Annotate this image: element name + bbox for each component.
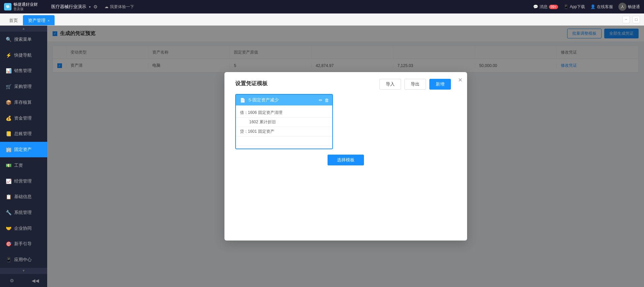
system-icon: 🔧 — [5, 210, 11, 216]
user-avatar[interactable]: 人 畅捷通 — [618, 3, 640, 11]
dropdown-icon[interactable]: ▾ — [89, 5, 91, 9]
modal-close-btn[interactable]: ✕ — [458, 77, 462, 83]
template-edit-icon[interactable]: ✏ — [319, 98, 323, 103]
template-card: 📄 5-固定资产减少 ✏ 🗑 借：1606 固定资 — [235, 94, 333, 149]
logo-icon: 畅 — [4, 3, 11, 10]
sidebar-item-app-center[interactable]: 📱 应用中心 — [0, 252, 47, 268]
template-card-header: 📄 5-固定资产减少 ✏ 🗑 — [236, 95, 332, 105]
template-card-actions: ✏ 🗑 — [319, 98, 329, 103]
sales-icon: 📊 — [5, 68, 11, 74]
tabbar-controls: － □ — [622, 16, 640, 23]
fixed-assets-icon: 🏢 — [5, 147, 11, 153]
ledger-icon: 📒 — [5, 131, 11, 137]
app-center-icon: 📱 — [5, 257, 11, 263]
main-content: ✓ 生成的凭证预览 批量调整模板 全部生成凭证 变动类型 资产名称 固定资产原值… — [47, 26, 644, 287]
modal-dialog: ✕ 设置凭证模板 导入 导出 新增 📄 5-固定资产减少 ✏ — [224, 72, 467, 241]
sidebar-item-payroll[interactable]: 💵 工资 — [0, 157, 47, 173]
template-card-title: 5-固定资产减少 — [249, 97, 316, 103]
sidebar: ▲ 🔍 搜索菜单 ⚡ 快捷导航 📊 销售管理 🛒 采购管理 📦 库存核算 💰 资… — [0, 26, 47, 287]
app-download-btn[interactable]: 📱 App下载 — [563, 4, 585, 10]
service-icon: 👤 — [590, 4, 595, 9]
credit-label: 贷：1601 固定资产 — [236, 129, 290, 134]
main-layout: ▲ 🔍 搜索菜单 ⚡ 快捷导航 📊 销售管理 🛒 采购管理 📦 库存核算 💰 资… — [0, 26, 644, 287]
logo-sub: 普及版 — [13, 7, 38, 11]
guide-icon: 🎯 — [5, 241, 11, 247]
inventory-icon: 📦 — [5, 99, 11, 105]
sidebar-item-search[interactable]: 🔍 搜索菜单 — [0, 32, 47, 47]
sidebar-item-ledger[interactable]: 📒 总账管理 — [0, 126, 47, 142]
company-name: 医疗器械行业演示 — [51, 4, 86, 10]
sidebar-item-cooperation[interactable]: 🤝 企业协同 — [0, 220, 47, 236]
finance-icon: 💰 — [5, 115, 11, 121]
template-empty-row — [236, 136, 332, 146]
export-btn[interactable]: 导出 — [404, 79, 426, 90]
settings-btn[interactable]: ⚙ — [0, 274, 24, 287]
topbar: 畅 畅捷通好业财 普及版 医疗器械行业演示 ▾ ⚙ ☁ 我要体验一下 💬 消息 … — [0, 0, 644, 13]
tab-close-icon[interactable]: × — [48, 19, 50, 23]
sidebar-item-system[interactable]: 🔧 系统管理 — [0, 205, 47, 221]
avatar: 人 — [618, 3, 626, 11]
import-btn[interactable]: 导入 — [379, 79, 401, 90]
debit-label-2: 1602 累计折旧 — [236, 119, 290, 125]
tab-home[interactable]: 首页 — [4, 15, 23, 25]
modal-overlay[interactable]: ✕ 设置凭证模板 导入 导出 新增 📄 5-固定资产减少 ✏ — [47, 26, 644, 287]
sidebar-item-guide[interactable]: 🎯 新手引导 — [0, 236, 47, 252]
messages-btn[interactable]: 💬 消息 99+ — [533, 4, 558, 10]
sidebar-item-finance[interactable]: 💰 资金管理 — [0, 110, 47, 126]
topbar-right: 💬 消息 99+ 📱 App下载 👤 在线客服 人 畅捷通 — [533, 3, 640, 11]
cooperation-icon: 🤝 — [5, 225, 11, 231]
try-experience[interactable]: ☁ 我要体验一下 — [104, 4, 134, 10]
template-doc-icon: 📄 — [239, 97, 246, 103]
sidebar-item-sales[interactable]: 📊 销售管理 — [0, 63, 47, 79]
modal-toolbar: 导入 导出 新增 — [379, 79, 451, 90]
logo: 畅 畅捷通好业财 普及版 — [4, 2, 51, 11]
debit-label: 借：1606 固定资产清理 — [236, 110, 290, 116]
sidebar-item-inventory[interactable]: 📦 库存核算 — [0, 94, 47, 110]
sidebar-item-basic-info[interactable]: 📋 基础信息 — [0, 189, 47, 205]
sidebar-bottom: ⚙ ◀◀ — [0, 274, 47, 287]
search-icon: 🔍 — [5, 36, 11, 42]
online-service-btn[interactable]: 👤 在线客服 — [590, 4, 613, 10]
logo-title: 畅捷通好业财 — [13, 2, 38, 7]
app-icon: 📱 — [563, 4, 569, 9]
sidebar-scroll-up[interactable]: ▲ — [0, 26, 47, 32]
cloud-icon: ☁ — [104, 4, 109, 9]
template-delete-icon[interactable]: 🗑 — [325, 98, 329, 103]
message-badge: 99+ — [549, 5, 558, 9]
new-btn[interactable]: 新增 — [429, 79, 451, 90]
template-credit-row-1: 贷：1601 固定资产 — [236, 127, 332, 136]
purchase-icon: 🛒 — [5, 84, 11, 90]
message-icon: 💬 — [533, 4, 538, 9]
operations-icon: 📈 — [5, 178, 11, 184]
basic-info-icon: 📋 — [5, 194, 11, 200]
sidebar-item-quick-nav[interactable]: ⚡ 快捷导航 — [0, 47, 47, 63]
topbar-middle: 医疗器械行业演示 ▾ ⚙ ☁ 我要体验一下 — [51, 4, 533, 10]
maximize-btn[interactable]: □ — [633, 16, 640, 23]
tab-asset-management[interactable]: 资产管理 × — [23, 15, 55, 25]
template-card-body: 借：1606 固定资产清理 1602 累计折旧 — [236, 105, 332, 149]
sidebar-scroll-down[interactable]: ▼ — [0, 268, 47, 274]
sidebar-item-fixed-assets[interactable]: 🏢 固定资产 — [0, 142, 47, 158]
template-debit-row-1: 借：1606 固定资产清理 — [236, 108, 332, 118]
quick-nav-icon: ⚡ — [5, 52, 11, 58]
select-template-btn[interactable]: 选择模板 — [328, 155, 364, 165]
template-debit-row-2: 1602 累计折旧 — [236, 118, 332, 127]
payroll-icon: 💵 — [5, 162, 11, 168]
gear-icon[interactable]: ⚙ — [93, 4, 98, 9]
tabbar: 首页 资产管理 × － □ — [0, 13, 644, 26]
sidebar-item-operations[interactable]: 📈 经营管理 — [0, 173, 47, 189]
collapse-btn[interactable]: ◀◀ — [24, 274, 47, 287]
minimize-btn[interactable]: － — [622, 16, 630, 23]
sidebar-item-purchase[interactable]: 🛒 采购管理 — [0, 79, 47, 95]
